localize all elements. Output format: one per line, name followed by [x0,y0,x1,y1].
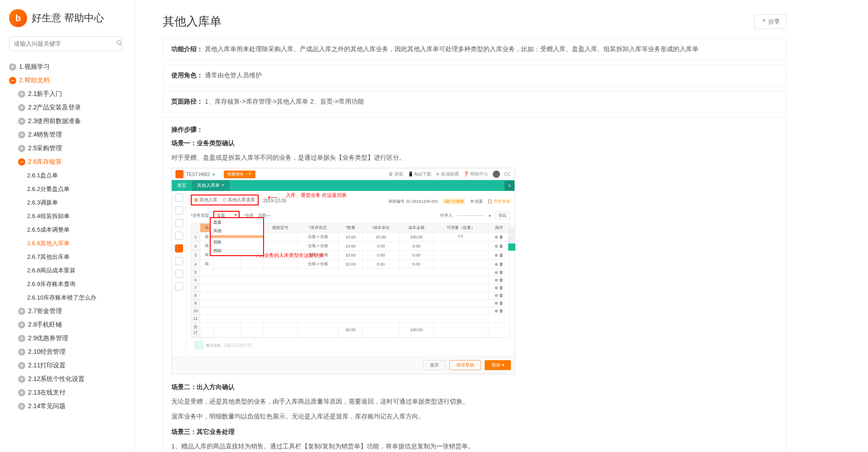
ss-tab-home: 首页 [172,180,192,191]
ss-logo-icon [175,170,184,178]
role-box: 使用角色：通常由仓管人员维护 [163,65,787,86]
sidenav-icon [175,194,183,202]
sidenav-icon-active [175,244,183,252]
nav-2-6-9[interactable]: 2.6.9库存账本查询 [9,277,126,291]
sidenav-icon [175,282,183,290]
nav-2-6-10[interactable]: 2.6.10库存账本错了怎么办 [9,291,126,305]
ss-radio-group: 其他入库 其他入库退库 [191,195,259,205]
scene3-desc: 1、赠品入库的商品直接转为销售。通过工具栏【复制/复制为销货单】功能，将单据信息… [171,441,778,452]
scene2-desc1: 无论是受赠，还是其他类型的业务，由于入库商品质量等原因，需要退回，这时可通过单据… [171,396,778,407]
ss-draft-btn: 保存草稿 [449,360,481,370]
sidenav-icon [175,257,183,265]
share-label: 分享 [768,18,780,26]
nav-2-9[interactable]: 2.9优惠券管理 [9,332,126,345]
ss-tab-active: 其他入库单× [192,180,230,191]
search-container [9,36,126,51]
ss-top-right: 🖥 浏览 📱 App下载 ⊕ 加成则通 ❓ 帮助中心 CC [388,171,511,178]
scene1-desc: 对于受赠、盘盈或是拆装入库等不同的业务，是通过单据头【业务类型】进行区分。 [171,152,778,163]
nav-2-13[interactable]: 2.13在线支付 [9,386,126,400]
ss-save-btn: 保存 ▾ [485,360,511,370]
role-text: 通常由仓管人员维护 [205,71,262,79]
nav-2-8[interactable]: 2.8手机旺铺 [9,318,126,332]
avatar-icon [493,171,500,178]
nav-2-7[interactable]: 2.7资金管理 [9,305,126,318]
nav-2-6-5[interactable]: 2.6.5成本调整单 [9,223,126,237]
role-label: 使用角色： [171,71,203,79]
path-box: 页面路径：1、库存核算->库存管理->其他入库单 2、首页->常用功能 [163,91,787,113]
nav-2-6-2[interactable]: 2.6.2分量盘点单 [9,182,126,196]
svg-line-1 [120,44,122,45]
search-input[interactable] [9,36,122,51]
svg-point-0 [117,41,121,44]
nav-2-6[interactable]: 2.6库存核算 [9,155,126,169]
content-section: 操作步骤： 场景一：业务类型确认 对于受赠、盘盈或是拆装入库等不同的业务，是通过… [163,117,787,452]
nav-video[interactable]: 1.视频学习 [9,60,126,74]
search-icon[interactable] [116,40,123,48]
remark-icon [194,341,203,350]
intro-label: 功能介绍： [171,45,203,52]
annotation-1: 入库、退货业务 在这里切换 [286,192,347,199]
site-title: 好生意 帮助中心 [32,11,104,25]
nav-2-6-8[interactable]: 2.6.8商品成本重算 [9,264,126,277]
logo-area: b 好生意 帮助中心 [9,9,126,27]
nav-2-2[interactable]: 2.2产品安装及登录 [9,101,126,114]
ss-footer: 放弃 保存草稿 保存 ▾ [172,356,514,374]
ss-sidenav [172,191,186,356]
steps-heading: 操作步骤： [171,126,778,134]
nav-2-4[interactable]: 2.4销售管理 [9,128,126,142]
ss-tabs: 首页 其他入库单× × [172,180,514,191]
scene1-title: 场景一：业务类型确认 [171,139,778,147]
ss-cancel-btn: 放弃 [423,360,446,370]
ss-dropdown: 盘盈 其他 切换 拆卸 [210,217,264,256]
ss-topbar: TEST-H002 ▾ 我要转给→下 🖥 浏览 📱 App下载 ⊕ 加成则通 ❓… [172,168,514,180]
share-icon [761,18,766,25]
page-title: 其他入库单 [163,14,222,29]
scene2-title: 场景二：出入方向确认 [171,383,778,391]
path-label: 页面路径： [171,98,203,105]
ss-top-orange-btn: 我要转给→下 [224,171,255,178]
ss-remark: 备注信息 请输入其他信息 [191,338,510,352]
sidenav-icon [175,232,183,240]
close-all-icon: × [505,181,514,190]
sidenav-icon [175,219,183,227]
nav-2-5[interactable]: 2.5采购管理 [9,142,126,155]
header-row: 其他入库单 分享 [163,14,787,29]
logo-icon: b [9,9,27,27]
nav-2-6-1[interactable]: 2.6.1盘点单 [9,169,126,182]
ss-test-label: TEST-H002 [186,172,210,177]
arrow-icon: ⟵ [268,193,278,201]
ss-right-tools [508,227,515,251]
nav-2-6-7[interactable]: 2.6.7其他出库单 [9,250,126,264]
sidenav-icon [175,270,183,278]
nav-2-1[interactable]: 2.1新手入门 [9,87,126,101]
scene2-desc2: 退库业务中，明细数量均以负值红色展示。无论是入库还是退库，库存账均记在入库方向。 [171,411,778,422]
nav-2-11[interactable]: 2.11打印设置 [9,359,126,372]
nav-2-6-3[interactable]: 2.6.3调拨单 [9,196,126,209]
sidenav-icon [175,206,183,214]
sidebar: b 好生意 帮助中心 1.视频学习 2.帮助文档 2.1新手入门 2.2产品安装… [0,0,136,452]
path-text: 1、库存核算->库存管理->其他入库单 2、首页->常用功能 [205,98,364,105]
share-button[interactable]: 分享 [754,14,787,29]
intro-box: 功能介绍：其他入库单用来处理除采购入库、产成品入库之外的其他入库业务，因此其他入… [163,38,787,60]
nav-2-12[interactable]: 2.12系统个性化设置 [9,372,126,386]
nav-2-3[interactable]: 2.3使用前数据准备 [9,114,126,128]
nav-2-14[interactable]: 2.14常见问题 [9,400,126,413]
nav-2-6-6[interactable]: 2.6.6其他入库单 [9,237,126,250]
annotation-2: 不同业务的入库类型在这里切换 [254,252,324,259]
nav-docs[interactable]: 2.帮助文档 [9,74,126,87]
nav-list: 1.视频学习 2.帮助文档 2.1新手入门 2.2产品安装及登录 2.3使用前数… [9,60,126,413]
intro-text: 其他入库单用来处理除采购入库、产成品入库之外的其他入库业务，因此其他入库单可处理… [205,45,698,52]
main-content: 其他入库单 分享 功能介绍：其他入库单用来处理除采购入库、产成品入库之外的其他入… [136,0,814,452]
nav-2-10[interactable]: 2.10经营管理 [9,345,126,359]
ss-main: 其他入库 其他入库退库 2019-12-26 单据编号 JC-20191226-… [186,191,514,356]
nav-2-6-4[interactable]: 2.6.4组装拆卸单 [9,209,126,223]
embedded-screenshot: TEST-H002 ▾ 我要转给→下 🖥 浏览 📱 App下载 ⊕ 加成则通 ❓… [171,168,515,374]
scene3-title: 场景三：其它业务处理 [171,428,778,436]
